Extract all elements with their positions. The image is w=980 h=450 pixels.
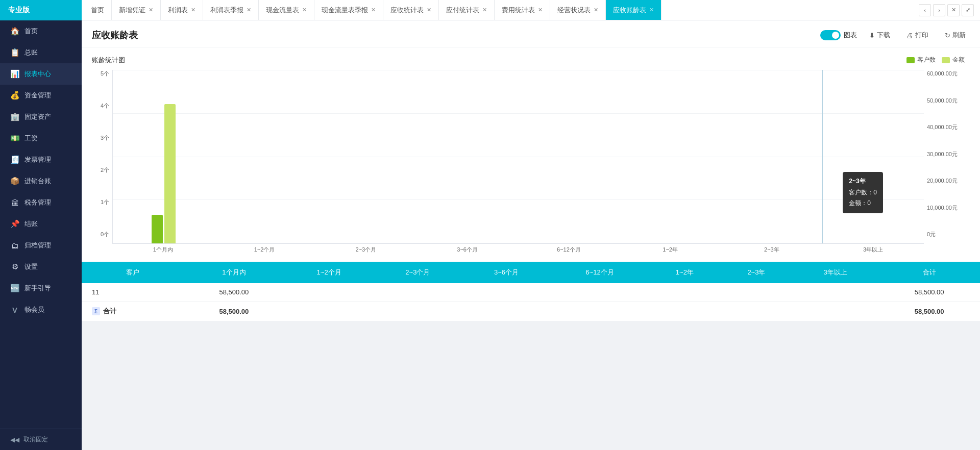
tab-profit-q-close[interactable]: ✕ — [247, 7, 251, 13]
table-wrap: 客户 1个月内 1~2个月 2~3个月 3~6个月 6~12个月 1~2年 2~… — [82, 262, 980, 321]
print-button[interactable]: 🖨 打印 — [902, 29, 933, 42]
sidebar-item-settings[interactable]: ⚙ 设置 — [0, 256, 82, 278]
legend-amount: 金额 — [942, 56, 965, 64]
bar-group-7[interactable] — [822, 70, 924, 243]
total-label-cell: Σ 合计 — [82, 302, 183, 321]
tab-profit-q[interactable]: 利润表季报 ✕ — [203, 0, 259, 20]
sidebar-item-funds[interactable]: 💰 资金管理 — [0, 85, 82, 106]
sidebar-label-close: 结账 — [24, 219, 38, 229]
sidebar-item-ledger[interactable]: 📋 总账 — [0, 42, 82, 63]
col-m2-3: 2~3个月 — [373, 262, 462, 283]
sidebar-label-ledger: 总账 — [24, 48, 38, 57]
sidebar-label-purchase: 进销台账 — [24, 177, 51, 186]
tab-prev-button[interactable]: ‹ — [919, 4, 931, 16]
payroll-icon: 💵 — [10, 134, 19, 143]
legend-customers-color — [906, 57, 915, 63]
tab-home[interactable]: 首页 — [84, 0, 112, 20]
bar-amount-0[interactable] — [164, 104, 176, 243]
tab-next-button[interactable]: › — [933, 4, 945, 16]
bar-group-4[interactable] — [519, 70, 620, 243]
tab-expand-button[interactable]: ⤢ — [962, 4, 974, 16]
tab-expense[interactable]: 费用统计表 ✕ — [495, 0, 550, 20]
tab-operation-close[interactable]: ✕ — [594, 7, 598, 13]
bar-group-3[interactable] — [417, 70, 519, 243]
tab-profit[interactable]: 利润表 ✕ — [161, 0, 203, 20]
tab-ar-stats-label: 应收统计表 — [390, 6, 424, 15]
bar-group-1[interactable] — [214, 70, 316, 243]
sidebar-item-guide[interactable]: 🆕 新手引导 — [0, 278, 82, 299]
col-y1-2: 1~2年 — [649, 262, 721, 283]
tab-ap-stats[interactable]: 应付统计表 ✕ — [439, 0, 495, 20]
sidebar-item-tax[interactable]: 🏛 税务管理 — [0, 192, 82, 213]
header-actions: 图表 ⬇ 下载 🖨 打印 ↻ 刷新 — [820, 29, 970, 42]
refresh-button[interactable]: ↻ 刷新 — [941, 29, 970, 42]
bar-group-0[interactable] — [113, 70, 214, 243]
vip-icon: V — [10, 306, 19, 314]
y-axis-left: 0个 1个 2个 3个 4个 5个 — [92, 70, 112, 254]
bar-group-5[interactable] — [620, 70, 721, 243]
chart-grid — [112, 70, 924, 244]
x-label-0: 1个月内 — [112, 244, 214, 254]
bar-group-6[interactable] — [721, 70, 823, 243]
sidebar-item-home[interactable]: 🏠 首页 — [0, 20, 82, 42]
cell-m3-6 — [462, 283, 551, 302]
tab-ar-aging[interactable]: 应收账龄表 ✕ — [606, 0, 662, 20]
tab-expense-close[interactable]: ✕ — [538, 7, 543, 13]
tab-close-all-button[interactable]: ✕ — [947, 4, 960, 16]
tab-cashflow-q[interactable]: 现金流量表季报 ✕ — [314, 0, 383, 20]
page-title: 应收账龄表 — [92, 29, 138, 41]
tab-voucher-label: 新增凭证 — [119, 6, 145, 15]
tab-ap-stats-close[interactable]: ✕ — [482, 7, 487, 13]
sidebar-item-reports[interactable]: 📊 报表中心 — [0, 63, 82, 85]
tab-operation[interactable]: 经营状况表 ✕ — [550, 0, 606, 20]
purchase-icon: 📦 — [10, 177, 19, 186]
sidebar-label-funds: 资金管理 — [24, 91, 51, 100]
sidebar-item-archive[interactable]: 🗂 归档管理 — [0, 235, 82, 256]
cell-customer: 11 — [82, 283, 183, 302]
chart-container: 0个 1个 2个 3个 4个 5个 — [92, 70, 970, 254]
tab-voucher-close[interactable]: ✕ — [149, 7, 153, 13]
x-label-6: 2~3年 — [721, 244, 823, 254]
print-icon: 🖨 — [906, 32, 913, 39]
sidebar-label-reports: 报表中心 — [24, 69, 51, 79]
chart-title: 账龄统计图 — [92, 56, 970, 65]
sidebar-item-payroll[interactable]: 💵 工资 — [0, 128, 82, 149]
tab-ar-stats-close[interactable]: ✕ — [427, 7, 431, 13]
sidebar-logo: 专业版 — [0, 0, 82, 20]
tab-voucher[interactable]: 新增凭证 ✕ — [112, 0, 161, 20]
y-axis-right: 0元 10,000.00元 20,000.00元 30,000.00元 40,0… — [924, 70, 970, 254]
tab-profit-label: 利润表 — [168, 6, 188, 15]
tab-profit-close[interactable]: ✕ — [191, 7, 195, 13]
sidebar-item-vip[interactable]: V 畅会员 — [0, 299, 82, 320]
total-m3-6 — [462, 302, 551, 321]
tab-ar-aging-close[interactable]: ✕ — [649, 7, 654, 13]
bar-group-2[interactable] — [315, 70, 417, 243]
tab-cashflow-label: 现金流量表 — [266, 6, 299, 15]
content-area: 应收账龄表 图表 ⬇ 下载 🖨 打印 ↻ — [82, 20, 980, 450]
download-button[interactable]: ⬇ 下载 — [865, 29, 894, 42]
x-label-7: 3年以上 — [822, 244, 924, 254]
unpin-button[interactable]: ◀◀ 取消固定 — [0, 429, 82, 450]
reports-icon: 📊 — [10, 69, 19, 79]
col-m3-6: 3~6个月 — [462, 262, 551, 283]
tab-ar-stats[interactable]: 应收统计表 ✕ — [383, 0, 439, 20]
sidebar-item-close[interactable]: 📌 结账 — [0, 213, 82, 235]
sidebar-item-invoice[interactable]: 🧾 发票管理 — [0, 149, 82, 170]
tab-cashflow-close[interactable]: ✕ — [302, 7, 307, 13]
sidebar-item-assets[interactable]: 🏢 固定资产 — [0, 106, 82, 128]
bar-customers-0[interactable] — [152, 215, 163, 243]
sidebar-item-purchase[interactable]: 📦 进销台账 — [0, 170, 82, 192]
tab-cashflow-q-close[interactable]: ✕ — [371, 7, 376, 13]
tab-cashflow[interactable]: 现金流量表 ✕ — [259, 0, 314, 20]
col-m1: 1个月内 — [183, 262, 285, 283]
download-label: 下载 — [877, 31, 890, 40]
cell-total: 58,500.00 — [878, 283, 980, 302]
sidebar-label-payroll: 工资 — [24, 134, 38, 143]
sidebar-label-assets: 固定资产 — [24, 112, 51, 121]
bars-row — [113, 70, 924, 243]
sidebar-label-vip: 畅会员 — [24, 305, 44, 314]
ledger-icon: 📋 — [10, 48, 19, 57]
tax-icon: 🏛 — [10, 198, 19, 207]
chart-toggle[interactable] — [820, 30, 841, 40]
chart-toggle-label: 图表 — [844, 31, 857, 40]
